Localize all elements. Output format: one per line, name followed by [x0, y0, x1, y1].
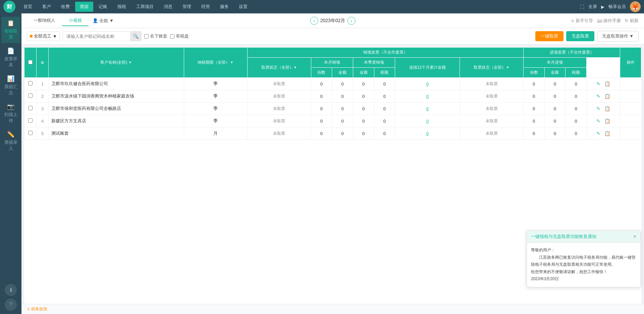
invoice-summary-icon: 📊 — [7, 75, 14, 82]
tab-all-icon: 👤 — [93, 18, 98, 23]
search-input[interactable] — [63, 32, 130, 41]
select-all-checkbox[interactable] — [28, 60, 33, 64]
th-settings: ⚙ — [37, 48, 49, 78]
row-detail-btn[interactable]: 📋 — [603, 105, 611, 112]
row-purchase-tax: 0 — [566, 127, 587, 140]
nav-settings[interactable]: 设置 — [234, 2, 252, 12]
check-tax-disk[interactable]: 有税盘 — [170, 33, 189, 39]
own-accounts-checkbox[interactable] — [144, 34, 149, 39]
row-edit-btn[interactable]: ✎ — [595, 130, 602, 137]
row-period: 季 — [184, 115, 247, 127]
sidebar-help-btn[interactable]: ? — [5, 299, 17, 311]
row-detail-btn[interactable]: 📋 — [603, 80, 611, 87]
new-guide-link[interactable]: ⊙ 新手引导 — [571, 18, 593, 24]
nav-commerce[interactable]: 工商项目 — [131, 2, 158, 12]
th-checkbox — [24, 48, 37, 78]
manual-link[interactable]: 📖 操作手册 — [597, 18, 621, 24]
date-next-btn[interactable]: › — [347, 17, 355, 25]
notification-header: 一键报税与无盘取票功能恢复通知 × — [527, 231, 640, 243]
row-client-name: 卫辉市汲水镇下园润香阁营木种植家庭农场 — [49, 90, 184, 103]
table-row: 4 新建区方方文具店 季 未取票 0 0 0 0 0 未取票 0 0 0 ✎ 📋 — [24, 115, 641, 127]
search-wrap: 🔍 — [63, 31, 142, 41]
no-disk-ops-btn[interactable]: 无盘取票操作 ▼ — [597, 31, 639, 42]
row-edit-btn[interactable]: ✎ — [595, 105, 602, 112]
nav-business[interactable]: 经营 — [197, 2, 215, 12]
tab-general[interactable]: 一般纳税人 — [27, 15, 62, 26]
member-label[interactable]: 畅享会员 — [608, 4, 626, 10]
row-checkbox[interactable] — [24, 103, 37, 115]
sidebar-item-open-invoice[interactable]: 📄 发票开具 — [1, 45, 20, 71]
row-edit-btn[interactable]: ✎ — [595, 80, 602, 87]
row-checkbox[interactable] — [24, 115, 37, 127]
notification-title: 一键报税与无盘取票功能恢复通知 — [531, 234, 596, 240]
tab-small[interactable]: 小规模 — [62, 15, 89, 26]
refresh-link[interactable]: ↻ 刷新 — [625, 18, 639, 24]
sidebar-item-scan-upload[interactable]: 📷 扫描上传 — [1, 100, 20, 126]
nav-bookkeeping[interactable]: 记账 — [94, 2, 112, 12]
sidebar-bottom: ⬇ ? — [5, 284, 17, 311]
row-sale-quarter-tax: 0 — [374, 127, 395, 140]
row-detail-btn[interactable]: 📋 — [603, 93, 611, 100]
row-detail-btn[interactable]: 📋 — [603, 118, 611, 124]
sidebar-item-smart-ticket[interactable]: 📋 智能取票 — [1, 17, 20, 43]
th-sale-quarter-tax: 税额 — [374, 68, 395, 78]
employee-dot — [30, 35, 33, 38]
fullscreen-label[interactable]: 全屏 — [588, 4, 597, 10]
notification-close-btn[interactable]: × — [633, 234, 636, 239]
tax-disk-checkbox[interactable] — [170, 34, 174, 39]
row-checkbox[interactable] — [24, 90, 37, 103]
row-sale-month-amount: 0 — [332, 78, 353, 90]
row-checkbox[interactable] — [24, 78, 37, 90]
one-click-ticket-btn[interactable]: 一键取票 — [535, 31, 564, 41]
app-logo[interactable]: 财 — [3, 1, 15, 13]
tax-policy-link[interactable]: ⊙ 税务政策 — [27, 306, 47, 312]
employee-select[interactable]: 全部员工 ▼ — [27, 32, 60, 41]
row-sale-12month[interactable]: 0 — [395, 127, 460, 140]
th-sale-12month: 连续12个月累计金额 — [395, 58, 460, 78]
row-edit-btn[interactable]: ✎ — [595, 118, 602, 124]
nav-charge[interactable]: 收费 — [56, 2, 74, 12]
nav-client[interactable]: 客户 — [38, 2, 56, 12]
th-sale-month-amount: 金额 — [332, 68, 353, 78]
fullscreen-icon[interactable]: ⛶ — [580, 4, 584, 9]
nav-invoice[interactable]: 票据 — [75, 2, 93, 12]
search-button[interactable]: 🔍 — [130, 32, 141, 41]
row-sale-12month[interactable]: 0 — [395, 115, 460, 127]
scan-upload-icon: 📷 — [7, 103, 14, 110]
th-tax-period: 纳税期限（全部）▼ — [184, 48, 247, 78]
user-avatar[interactable]: 🦊 — [630, 1, 641, 12]
nav-service[interactable]: 服务 — [215, 2, 233, 12]
filter-bar: 全部员工 ▼ 🔍 名下账套 有税盘 一键取票 无盘取票 无盘取票操作 ▼ — [21, 28, 644, 45]
row-edit-btn[interactable]: ✎ — [595, 93, 602, 100]
row-sale-12month[interactable]: 0 — [395, 103, 460, 115]
row-purchase-status: 未取票 — [460, 78, 523, 90]
nav-message[interactable]: 消息 — [159, 2, 177, 12]
date-prev-btn[interactable]: ‹ — [310, 17, 318, 25]
check-own-accounts[interactable]: 名下账套 — [144, 33, 167, 39]
nav-home[interactable]: 首页 — [19, 2, 37, 12]
nav-tax[interactable]: 报税 — [113, 2, 131, 12]
member-icon[interactable]: ▶ — [601, 4, 604, 9]
sidebar: 📋 智能取票 📄 发票开具 📊 票据汇总 📷 扫描上传 ✏️ 票据录入 ⬇ ? — [0, 13, 21, 314]
sidebar-item-invoice-summary[interactable]: 📊 票据汇总 — [1, 72, 20, 99]
row-checkbox[interactable] — [24, 127, 37, 140]
row-sale-month-count: 0 — [311, 90, 332, 103]
th-sale-month-count: 份数 — [311, 68, 332, 78]
row-period: 月 — [184, 127, 247, 140]
row-period: 季 — [184, 103, 247, 115]
main-table: ⚙ 客户名称(全部) ▼ 纳税期限（全部）▼ 销项发票（不合作废票） 进项发票（… — [24, 47, 641, 140]
tab-all[interactable]: 👤 全能 ▼ — [89, 16, 118, 26]
sidebar-item-label-3: 票据汇总 — [3, 84, 18, 96]
nav-manage[interactable]: 管理 — [178, 2, 196, 12]
row-sale-12month[interactable]: 0 — [395, 90, 460, 103]
row-sale-12month[interactable]: 0 — [395, 78, 460, 90]
row-client-name: 测试账套 — [49, 127, 184, 140]
row-sale-status: 未取票 — [248, 103, 311, 115]
no-disk-ticket-btn[interactable]: 无盘取票 — [566, 31, 594, 41]
row-sale-status: 未取票 — [248, 115, 311, 127]
row-detail-btn[interactable]: 📋 — [603, 130, 611, 137]
th-sale-month: 本月销项 — [311, 58, 353, 68]
th-sale-quarter: 本季度销项 — [353, 58, 395, 68]
sidebar-item-invoice-entry[interactable]: ✏️ 票据录入 — [1, 128, 20, 154]
sidebar-download-btn[interactable]: ⬇ — [5, 284, 17, 296]
